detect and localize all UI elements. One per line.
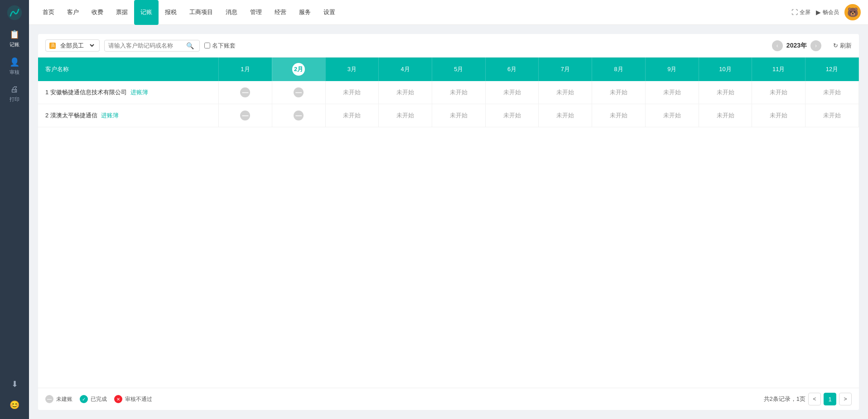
month-cell-8: 未开始 bbox=[592, 81, 646, 104]
fullscreen-button[interactable]: ⛶ 全屏 bbox=[791, 9, 810, 16]
table-row: 2 漠澳太平畅捷通信进账簿——未开始未开始未开始未开始未开始未开始未开始未开始未… bbox=[38, 104, 859, 127]
customer-name: 2 漠澳太平畅捷通信 bbox=[45, 112, 97, 119]
subordinate-checkbox[interactable] bbox=[204, 43, 210, 48]
status-dot[interactable]: — bbox=[240, 87, 250, 97]
table-row: 1 安徽畅捷通信息技术有限公司进账簿——未开始未开始未开始未开始未开始未开始未开… bbox=[38, 81, 859, 104]
employee-select[interactable]: 员 全部员工 bbox=[45, 39, 100, 52]
nav-home[interactable]: 首页 bbox=[36, 0, 61, 25]
col-m2: 2月 bbox=[272, 58, 325, 81]
table-header-row: 客户名称 1月 2月 3月 4月 5月 6月 7月 8月 9月 bbox=[38, 58, 859, 81]
not-started-status: 未开始 bbox=[396, 89, 414, 96]
sidebar-bottom: ⬇ 😊 bbox=[0, 375, 29, 419]
search-input[interactable] bbox=[108, 42, 184, 49]
sidebar-item-support[interactable]: 😊 bbox=[0, 395, 29, 414]
month-cell-4: 未开始 bbox=[379, 104, 432, 127]
status-dot[interactable]: — bbox=[294, 87, 304, 97]
completed-icon: ✓ bbox=[80, 395, 88, 403]
not-started-status: 未开始 bbox=[396, 112, 414, 119]
col-m5: 5月 bbox=[432, 58, 485, 81]
nav-billing[interactable]: 收费 bbox=[85, 0, 110, 25]
nav-management[interactable]: 管理 bbox=[244, 0, 268, 25]
nav-business[interactable]: 工商项目 bbox=[183, 0, 219, 25]
employee-dropdown[interactable]: 全部员工 bbox=[58, 42, 96, 49]
status-dot[interactable]: — bbox=[294, 111, 304, 120]
sidebar-item-review[interactable]: 👤 审核 bbox=[0, 53, 29, 80]
subordinate-checkbox-wrap[interactable]: 名下账套 bbox=[204, 42, 236, 50]
rejected-label: 审核不通过 bbox=[125, 395, 152, 403]
col-m3: 3月 bbox=[325, 58, 379, 81]
not-started-status: 未开始 bbox=[770, 89, 787, 96]
member-button[interactable]: ▶ 畅会员 bbox=[816, 9, 839, 16]
month-cell-1[interactable]: — bbox=[219, 81, 272, 104]
page-content: 员 全部员工 🔍 名下账套 ‹ 2023年 › bbox=[29, 25, 868, 419]
next-year-button[interactable]: › bbox=[810, 40, 821, 51]
next-page-button[interactable]: > bbox=[839, 393, 852, 405]
customer-name: 1 安徽畅捷通信息技术有限公司 bbox=[45, 89, 127, 96]
legend-completed: ✓ 已完成 bbox=[80, 395, 107, 403]
nav-invoice[interactable]: 票据 bbox=[110, 0, 134, 25]
sidebar-item-print[interactable]: 🖨 打印 bbox=[0, 80, 29, 107]
col-m4: 4月 bbox=[379, 58, 432, 81]
month-cell-7: 未开始 bbox=[539, 81, 592, 104]
toolbar: 员 全部员工 🔍 名下账套 ‹ 2023年 › bbox=[38, 34, 859, 58]
month-cell-12: 未开始 bbox=[805, 81, 859, 104]
not-started-status: 未开始 bbox=[556, 89, 574, 96]
not-started-status: 未开始 bbox=[343, 89, 361, 96]
refresh-button[interactable]: ↻ 刷新 bbox=[833, 42, 852, 50]
customer-name-cell: 2 漠澳太平畅捷通信进账簿 bbox=[38, 104, 219, 127]
nav-operation[interactable]: 经营 bbox=[268, 0, 293, 25]
pagination: 共2条记录，1页 < 1 > bbox=[764, 393, 852, 405]
month-cell-10: 未开始 bbox=[699, 81, 752, 104]
search-button[interactable]: 🔍 bbox=[184, 42, 196, 49]
enter-ledger-link[interactable]: 进账簿 bbox=[101, 112, 119, 119]
bookkeeping-table: 客户名称 1月 2月 3月 4月 5月 6月 7月 8月 9月 bbox=[38, 58, 859, 127]
table-wrapper: 客户名称 1月 2月 3月 4月 5月 6月 7月 8月 9月 bbox=[38, 58, 859, 388]
rejected-icon: ✕ bbox=[114, 395, 122, 403]
sidebar: 📋 记账 👤 审核 🖨 打印 ⬇ 😊 bbox=[0, 0, 29, 419]
month-cell-2[interactable]: — bbox=[272, 81, 325, 104]
prev-page-button[interactable]: < bbox=[808, 393, 821, 405]
legend-rejected: ✕ 审核不通过 bbox=[114, 395, 152, 403]
col-m12: 12月 bbox=[805, 58, 859, 81]
user-avatar[interactable]: 🐻 bbox=[844, 4, 861, 20]
total-text: 共2条记录，1页 bbox=[764, 395, 805, 403]
enter-ledger-link[interactable]: 进账簿 bbox=[130, 89, 148, 96]
month-cell-8: 未开始 bbox=[592, 104, 646, 127]
month-cell-11: 未开始 bbox=[752, 81, 805, 104]
nav-settings[interactable]: 设置 bbox=[317, 0, 342, 25]
not-started-status: 未开始 bbox=[556, 112, 574, 119]
month-cell-4: 未开始 bbox=[379, 81, 432, 104]
month-cell-1[interactable]: — bbox=[219, 104, 272, 127]
nav-message[interactable]: 消息 bbox=[219, 0, 244, 25]
month-cell-6: 未开始 bbox=[485, 104, 539, 127]
col-m10: 10月 bbox=[699, 58, 752, 81]
not-started-status: 未开始 bbox=[450, 89, 468, 96]
col-m7: 7月 bbox=[539, 58, 592, 81]
month-cell-2[interactable]: — bbox=[272, 104, 325, 127]
not-started-status: 未开始 bbox=[823, 89, 841, 96]
fullscreen-icon: ⛶ bbox=[791, 9, 798, 16]
not-started-status: 未开始 bbox=[503, 112, 521, 119]
employee-icon: 员 bbox=[49, 43, 56, 49]
nav-right: ⛶ 全屏 ▶ 畅会员 🐻 bbox=[791, 4, 861, 20]
prev-year-button[interactable]: ‹ bbox=[772, 40, 783, 51]
legend-not-built: — 未建账 bbox=[45, 395, 72, 403]
not-started-status: 未开始 bbox=[503, 89, 521, 96]
not-started-status: 未开始 bbox=[450, 112, 468, 119]
nav-bookkeeping[interactable]: 记账 bbox=[134, 0, 159, 25]
not-started-status: 未开始 bbox=[823, 112, 841, 119]
sidebar-item-download[interactable]: ⬇ bbox=[0, 375, 29, 394]
col-m9: 9月 bbox=[645, 58, 699, 81]
sidebar-item-bookkeeping[interactable]: 📋 记账 bbox=[0, 25, 29, 53]
not-started-status: 未开始 bbox=[663, 112, 681, 119]
nav-customer[interactable]: 客户 bbox=[61, 0, 85, 25]
month-cell-5: 未开始 bbox=[432, 104, 485, 127]
review-icon: 👤 bbox=[10, 57, 19, 67]
status-dot[interactable]: — bbox=[240, 111, 250, 120]
nav-tax[interactable]: 报税 bbox=[159, 0, 183, 25]
month-cell-7: 未开始 bbox=[539, 104, 592, 127]
not-started-status: 未开始 bbox=[610, 112, 627, 119]
current-page[interactable]: 1 bbox=[824, 393, 836, 405]
nav-service[interactable]: 服务 bbox=[293, 0, 317, 25]
not-started-status: 未开始 bbox=[610, 89, 627, 96]
